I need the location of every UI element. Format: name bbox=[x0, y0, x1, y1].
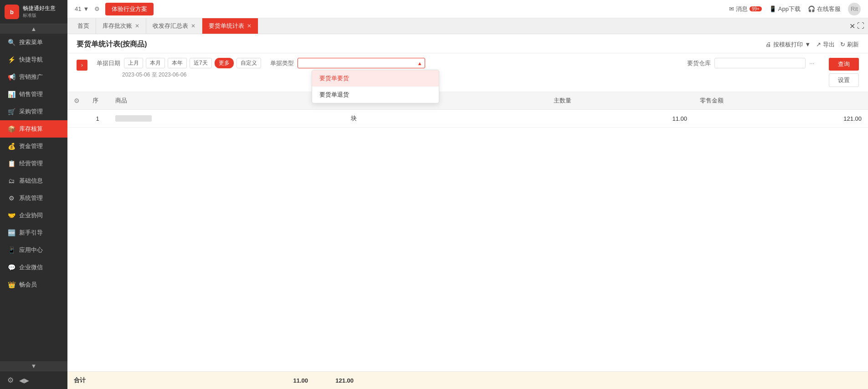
sidebar-item-sales[interactable]: 📊 销售管理 bbox=[0, 86, 67, 103]
headset-icon: 🎧 bbox=[808, 5, 815, 12]
logo-name: 畅捷通好生意 bbox=[23, 5, 56, 12]
finance-icon: 💰 bbox=[7, 143, 15, 150]
row-settings-cell bbox=[67, 110, 86, 128]
guide-icon: 🆕 bbox=[7, 229, 15, 236]
export-btn[interactable]: ↗ 导出 bbox=[816, 41, 835, 49]
tab-inventory-batch-close[interactable]: ✕ bbox=[135, 23, 139, 29]
tab-close-all-icon[interactable]: ✕ bbox=[849, 22, 855, 31]
online-service-btn[interactable]: 🎧 在线客服 bbox=[808, 5, 841, 13]
wechat-icon: 💬 bbox=[7, 264, 15, 271]
appstore-icon: 📱 bbox=[7, 246, 15, 254]
row-unit-cell: 块 bbox=[344, 110, 547, 128]
sales-icon: 📊 bbox=[7, 91, 15, 98]
sidebar-item-marketing[interactable]: 📢 营销推广 bbox=[0, 68, 67, 86]
sidebar-item-shortcut[interactable]: ⚡ 快捷导航 bbox=[0, 51, 67, 68]
doc-type-row: 单据类型 ▲ bbox=[270, 58, 425, 68]
tab-receive-summary[interactable]: 收发存汇总表 ✕ bbox=[146, 18, 202, 34]
tab-order-summary[interactable]: 要货单统计表 ✕ bbox=[202, 18, 258, 34]
row-seq-cell: 1 bbox=[86, 110, 109, 128]
warehouse-filter-group: 要货仓库 ··· bbox=[687, 58, 814, 68]
col-header-amount: 零售金额 bbox=[693, 92, 868, 110]
doc-type-input-wrap: ▲ bbox=[298, 58, 425, 68]
date-btn-custom[interactable]: 自定义 bbox=[236, 58, 261, 68]
app-download-btn[interactable]: 📱 App下载 bbox=[769, 5, 801, 13]
tenant-selector[interactable]: 41 ▼ bbox=[75, 5, 89, 12]
tenant-arrow-icon: ▼ bbox=[83, 5, 89, 12]
filter-expand-button[interactable]: › bbox=[77, 60, 87, 71]
footer-amount-val: 121.00 bbox=[308, 377, 354, 384]
sidebar-settings-icon[interactable]: ⚙ bbox=[7, 376, 14, 384]
doc-type-arrow-icon[interactable]: ▲ bbox=[417, 61, 422, 66]
sidebar-item-wechat[interactable]: 💬 企业微信 bbox=[0, 259, 67, 276]
sidebar-items: 🔍 搜索菜单 ⚡ 快捷导航 📢 营销推广 📊 销售管理 🛒 采购管理 📦 库存核… bbox=[0, 34, 67, 361]
tab-order-summary-close[interactable]: ✕ bbox=[247, 23, 252, 29]
tab-home[interactable]: 首页 bbox=[71, 18, 96, 34]
tenant-num: 41 bbox=[75, 5, 81, 12]
sidebar-footer: ⚙ ◀▶ bbox=[0, 371, 67, 389]
print-btn[interactable]: 🖨 按模板打印 ▼ bbox=[765, 41, 811, 49]
tab-receive-summary-close[interactable]: ✕ bbox=[191, 23, 195, 29]
col-header-qty: 主数量 bbox=[547, 92, 693, 110]
date-btn-this-year[interactable]: 本年 bbox=[168, 58, 187, 68]
date-range-text: 2023-05-06 至 2023-06-06 bbox=[122, 71, 186, 79]
logo-sub: 标准版 bbox=[23, 12, 56, 19]
trial-button[interactable]: 体验行业方案 bbox=[105, 3, 154, 15]
dropdown-item-order-return[interactable]: 要货单退货 bbox=[312, 87, 439, 103]
table-settings-icon[interactable]: ⚙ bbox=[74, 97, 80, 104]
sidebar-item-guide[interactable]: 🆕 新手引导 bbox=[0, 224, 67, 241]
refresh-icon: ↻ bbox=[840, 41, 845, 48]
refresh-btn[interactable]: ↻ 刷新 bbox=[840, 41, 859, 49]
inventory-icon: 📦 bbox=[7, 125, 15, 133]
phone-icon: 📱 bbox=[769, 5, 776, 12]
page-title: 要货单统计表(按商品) bbox=[77, 40, 147, 49]
header-right: ✉ 消息 99+ 📱 App下载 🎧 在线客服 Rit bbox=[729, 3, 861, 15]
sidebar-item-purchase[interactable]: 🛒 采购管理 bbox=[0, 103, 67, 120]
export-icon: ↗ bbox=[816, 41, 821, 48]
sidebar-toggle-icon[interactable]: ◀▶ bbox=[19, 377, 29, 384]
print-icon: 🖨 bbox=[765, 41, 771, 48]
message-btn[interactable]: ✉ 消息 99+ bbox=[729, 5, 762, 13]
sidebar-item-appstore[interactable]: 📱 应用中心 bbox=[0, 241, 67, 259]
main-area: 41 ▼ ⚙ 体验行业方案 ✉ 消息 99+ 📱 App下载 🎧 在线客服 Ri… bbox=[67, 0, 868, 389]
shortcut-icon: ⚡ bbox=[7, 56, 15, 63]
message-label: 消息 bbox=[736, 5, 748, 13]
header-gear-icon[interactable]: ⚙ bbox=[94, 5, 100, 12]
search-button[interactable]: 查询 bbox=[829, 58, 859, 71]
sidebar-scroll-up[interactable]: ▲ bbox=[0, 24, 67, 34]
doc-type-filter-group: 单据类型 ▲ bbox=[270, 58, 425, 68]
table-footer: 合计 11.00 121.00 bbox=[67, 371, 868, 389]
settings-button[interactable]: 设置 bbox=[829, 73, 859, 87]
date-btn-last-month[interactable]: 上月 bbox=[124, 58, 143, 68]
avatar[interactable]: Rit bbox=[848, 3, 861, 15]
purchase-icon: 🛒 bbox=[7, 108, 15, 115]
warehouse-input[interactable] bbox=[714, 58, 806, 68]
dropdown-item-order-goods[interactable]: 要货单要货 bbox=[312, 70, 439, 87]
sidebar-item-inventory[interactable]: 📦 库存核算 bbox=[0, 120, 67, 138]
operations-icon: 📋 bbox=[7, 160, 15, 167]
tab-inventory-batch[interactable]: 库存批次账 ✕ bbox=[96, 18, 146, 34]
tab-receive-summary-label: 收发存汇总表 bbox=[153, 22, 188, 30]
content-area: 要货单统计表(按商品) 🖨 按模板打印 ▼ ↗ 导出 ↻ 刷新 › bbox=[67, 34, 868, 389]
warehouse-label: 要货仓库 bbox=[687, 59, 711, 67]
sidebar-item-search[interactable]: 🔍 搜索菜单 bbox=[0, 34, 67, 51]
marketing-icon: 📢 bbox=[7, 73, 15, 81]
sidebar-item-enterprise[interactable]: 🤝 企业协同 bbox=[0, 207, 67, 224]
tab-expand-icon[interactable]: ⛶ bbox=[857, 22, 864, 30]
sidebar-item-basics[interactable]: 🗂 基础信息 bbox=[0, 172, 67, 189]
sidebar-scroll-down[interactable]: ▼ bbox=[0, 361, 67, 371]
sidebar-item-member[interactable]: 👑 畅会员 bbox=[0, 276, 67, 293]
tab-home-label: 首页 bbox=[77, 22, 89, 30]
date-btn-7days[interactable]: 近7天 bbox=[190, 58, 212, 68]
date-btn-more[interactable]: 更多 bbox=[215, 58, 234, 68]
date-btn-this-month[interactable]: 本月 bbox=[146, 58, 165, 68]
sidebar-item-operations[interactable]: 📋 经营管理 bbox=[0, 155, 67, 172]
basics-icon: 🗂 bbox=[7, 177, 15, 184]
doc-type-input[interactable] bbox=[298, 58, 425, 68]
sidebar-item-finance[interactable]: 💰 资金管理 bbox=[0, 138, 67, 155]
warehouse-more-icon[interactable]: ··· bbox=[809, 60, 814, 67]
tabs-right-actions: ✕ ⛶ bbox=[849, 22, 868, 31]
col-header-seq: 序 bbox=[86, 92, 109, 110]
sidebar-item-system[interactable]: ⚙ 系统管理 bbox=[0, 189, 67, 207]
table-row: 1 块 11.00 bbox=[67, 110, 868, 128]
member-icon: 👑 bbox=[7, 281, 15, 288]
